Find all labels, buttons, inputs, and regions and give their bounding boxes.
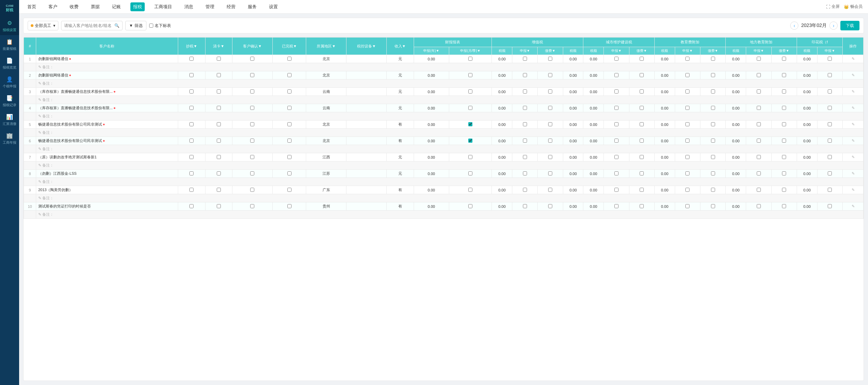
local-declare-cell[interactable]	[746, 104, 771, 112]
action-cell[interactable]: ✎	[843, 202, 864, 211]
city-pay-cell[interactable]	[629, 137, 654, 145]
stamp-declare-checkbox[interactable]	[828, 155, 832, 159]
customer-confirm-checkbox[interactable]	[250, 188, 254, 192]
clear-card-checkbox[interactable]	[217, 155, 221, 159]
sidebar-item-report-settings[interactable]: ⚙ 报税设置	[0, 16, 19, 35]
note-cell[interactable]: ✎ 备注：	[36, 178, 864, 186]
clear-card-checkbox[interactable]	[217, 139, 221, 143]
edu-pay-checkbox[interactable]	[711, 155, 715, 159]
stamp-declare-checkbox[interactable]	[828, 171, 832, 175]
local-pay-cell[interactable]	[771, 55, 797, 63]
vat-declare-checkbox[interactable]	[523, 139, 527, 143]
edu-pay-cell[interactable]	[700, 71, 726, 80]
edu-pay-checkbox[interactable]	[711, 122, 715, 126]
local-declare-checkbox[interactable]	[757, 188, 761, 192]
pencil-icon[interactable]: ✎	[38, 196, 41, 200]
vat-declare-cell[interactable]	[512, 153, 537, 161]
local-pay-checkbox[interactable]	[782, 122, 786, 126]
local-pay-checkbox[interactable]	[782, 188, 786, 192]
clear-card-cell[interactable]	[205, 186, 232, 194]
financial-month-cell[interactable]	[449, 88, 492, 96]
clear-card-cell[interactable]	[205, 88, 232, 96]
note-cell[interactable]: ✎ 备注：	[36, 145, 864, 153]
nav-tax[interactable]: 报税	[130, 2, 145, 11]
local-pay-checkbox[interactable]	[782, 155, 786, 159]
city-declare-cell[interactable]	[604, 170, 629, 178]
search-box[interactable]: 🔍	[61, 21, 123, 30]
city-declare-cell[interactable]	[604, 202, 629, 211]
pencil-icon[interactable]: ✎	[38, 180, 41, 184]
clear-card-cell[interactable]	[205, 55, 232, 63]
edit-icon[interactable]: ✎	[852, 73, 855, 77]
vat-declare-checkbox[interactable]	[523, 89, 527, 94]
city-declare-checkbox[interactable]	[614, 122, 618, 126]
edit-icon[interactable]: ✎	[852, 171, 855, 175]
paid-tax-cell[interactable]	[272, 170, 306, 178]
vat-pay-cell[interactable]	[538, 71, 563, 80]
tax-copy-checkbox[interactable]	[189, 57, 194, 61]
vat-declare-cell[interactable]	[512, 170, 537, 178]
city-declare-cell[interactable]	[604, 153, 629, 161]
financial-month-checkbox[interactable]	[468, 139, 472, 143]
edu-declare-checkbox[interactable]	[685, 57, 689, 61]
pencil-icon[interactable]: ✎	[38, 212, 41, 216]
tax-copy-cell[interactable]	[178, 104, 205, 112]
tax-copy-cell[interactable]	[178, 88, 205, 96]
local-declare-checkbox[interactable]	[757, 122, 761, 126]
edu-declare-checkbox[interactable]	[685, 188, 689, 192]
tax-copy-cell[interactable]	[178, 153, 205, 161]
edu-pay-checkbox[interactable]	[711, 171, 715, 175]
stamp-declare-cell[interactable]	[817, 170, 842, 178]
city-pay-checkbox[interactable]	[640, 139, 644, 143]
note-cell[interactable]: ✎ 备注：	[36, 63, 864, 71]
customer-confirm-cell[interactable]	[232, 88, 273, 96]
financial-month-checkbox[interactable]	[468, 106, 472, 110]
city-pay-cell[interactable]	[629, 186, 654, 194]
city-pay-cell[interactable]	[629, 71, 654, 80]
stamp-declare-cell[interactable]	[817, 71, 842, 80]
sidebar-item-annual-report[interactable]: 🏢 工商年报	[0, 129, 19, 148]
warn-icon[interactable]: ●	[103, 139, 105, 143]
edit-icon[interactable]: ✎	[852, 122, 855, 126]
nav-accounting[interactable]: 记账	[109, 2, 124, 11]
vat-declare-cell[interactable]	[512, 104, 537, 112]
clear-card-checkbox[interactable]	[217, 204, 221, 208]
pencil-icon[interactable]: ✎	[38, 114, 41, 118]
checkbox-label[interactable]: 名下标表	[149, 23, 171, 29]
download-button[interactable]: 下载	[840, 21, 859, 30]
edu-declare-cell[interactable]	[675, 55, 700, 63]
edu-declare-checkbox[interactable]	[685, 89, 689, 94]
edit-icon[interactable]: ✎	[852, 89, 855, 94]
edu-pay-checkbox[interactable]	[711, 139, 715, 143]
action-cell[interactable]: ✎	[843, 71, 864, 80]
vat-pay-cell[interactable]	[538, 186, 563, 194]
table-container[interactable]: # 客户名称 抄税▼ 清卡▼ 客户确认▼ 已完税▼ 所属地区▼ 税控设备▼ 收入…	[23, 37, 864, 381]
tax-copy-checkbox[interactable]	[189, 139, 194, 143]
warn-icon[interactable]: ●	[113, 106, 116, 110]
clear-card-cell[interactable]	[205, 71, 232, 80]
customer-confirm-cell[interactable]	[232, 104, 273, 112]
pencil-icon[interactable]: ✎	[38, 65, 41, 69]
customer-confirm-checkbox[interactable]	[250, 73, 254, 77]
local-pay-cell[interactable]	[771, 186, 797, 194]
financial-month-checkbox[interactable]	[468, 73, 472, 77]
tax-copy-checkbox[interactable]	[189, 73, 194, 77]
vat-declare-cell[interactable]	[512, 186, 537, 194]
vat-declare-checkbox[interactable]	[523, 106, 527, 110]
edu-pay-checkbox[interactable]	[711, 204, 715, 208]
edu-declare-cell[interactable]	[675, 104, 700, 112]
vat-declare-checkbox[interactable]	[523, 155, 527, 159]
pencil-icon[interactable]: ✎	[38, 98, 41, 102]
note-cell[interactable]: ✎ 备注：	[36, 80, 864, 88]
local-declare-cell[interactable]	[746, 71, 771, 80]
financial-month-cell[interactable]	[449, 120, 492, 129]
note-cell[interactable]: ✎ 备注：	[36, 194, 864, 202]
clear-card-cell[interactable]	[205, 170, 232, 178]
tax-copy-checkbox[interactable]	[189, 204, 194, 208]
stamp-declare-checkbox[interactable]	[828, 89, 832, 94]
city-declare-cell[interactable]	[604, 137, 629, 145]
clear-card-cell[interactable]	[205, 104, 232, 112]
city-declare-checkbox[interactable]	[614, 73, 618, 77]
paid-tax-checkbox[interactable]	[287, 155, 291, 159]
paid-tax-checkbox[interactable]	[287, 188, 291, 192]
